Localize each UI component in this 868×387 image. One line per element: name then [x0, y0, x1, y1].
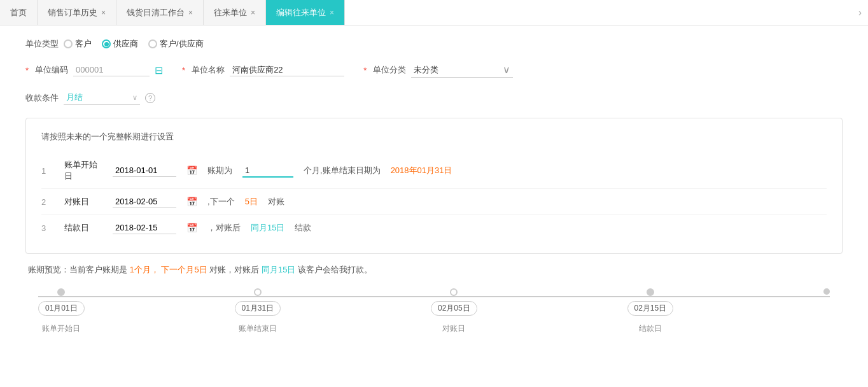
tab-edit-partner[interactable]: 编辑往来单位 × [266, 0, 345, 25]
timeline-end-dot [823, 288, 830, 295]
close-sales-history-icon[interactable]: × [101, 8, 106, 17]
timeline-label-end-bill: 账单结束日 [239, 323, 277, 334]
period-desc-suffix-1: 个月,账单结束日期为 [304, 165, 381, 176]
period-row-1: 1 账单开始日 📅 账期为 个月,账单结束日期为 2018年01月31日 [41, 153, 827, 189]
period-label-2: 对账日 [64, 196, 102, 208]
tab-home[interactable]: 首页 [0, 0, 38, 25]
unit-type-group: 单位类型 客户 供应商 客户/供应商 [25, 38, 204, 50]
timeline-point-end-bill: 01月31日 账单结束日 [235, 288, 281, 334]
period-num-2: 2 [41, 197, 54, 207]
period-desc-2: ,下一个 [207, 196, 235, 208]
period-desc2-3: 结款 [295, 222, 311, 234]
calendar-icon-3[interactable]: 📅 [186, 223, 197, 233]
preview-middle: 对账，对账后 [209, 265, 259, 274]
classify-label: 单位分类 [373, 64, 406, 76]
preview-part3: 同月15日 [262, 265, 295, 274]
period-date-input-2[interactable] [113, 195, 176, 208]
timeline-dot-reconcile [450, 288, 458, 296]
main-content: 单位类型 客户 供应商 客户/供应商 * 单位编码 [0, 25, 868, 387]
payment-value: 月结 [66, 92, 129, 103]
timeline-point-payment: 02月15日 结款日 [627, 288, 674, 334]
radio-customer-label: 客户 [75, 38, 92, 50]
timeline-badge-reconcile: 02月05日 [431, 301, 477, 316]
name-group: * 单位名称 [182, 64, 344, 76]
period-desc-prefix-1: 账期为 [207, 165, 232, 176]
period-date-input-1[interactable] [113, 164, 176, 177]
preview-suffix: 该客户会给我打款。 [298, 265, 372, 274]
radio-customer[interactable]: 客户 [64, 38, 92, 50]
payment-group: 收款条件 月结 ∨ ? [25, 90, 155, 105]
tab-partner-label: 往来单位 [214, 7, 247, 18]
name-required-star: * [182, 66, 185, 75]
copy-icon[interactable]: ⊟ [155, 64, 163, 76]
preview-part2: 下一个月5日 [161, 265, 207, 274]
period-highlight-2: 5日 [245, 196, 258, 208]
classify-chevron-icon: ∨ [503, 64, 510, 76]
timeline-point-reconcile: 02月05日 对账日 [431, 288, 477, 334]
tab-partner[interactable]: 往来单位 × [204, 0, 266, 25]
timeline-dot-end-bill [254, 288, 262, 296]
code-label: 单位编码 [35, 64, 68, 76]
timeline-badge-payment: 02月15日 [627, 301, 674, 316]
code-input[interactable] [73, 64, 150, 76]
timeline-label-start: 账单开始日 [42, 323, 80, 334]
period-num-3: 3 [41, 223, 54, 233]
calendar-icon-2[interactable]: 📅 [186, 197, 197, 207]
timeline: 01月01日 账单开始日 01月31日 账单结束日 02月05日 对账日 02月… [25, 288, 843, 334]
tab-bar: 首页 销售订单历史 × 钱货日清工作台 × 往来单位 × 编辑往来单位 × › [0, 0, 868, 25]
radio-supplier-circle [102, 39, 111, 48]
name-label: 单位名称 [192, 64, 225, 76]
period-date-input-3[interactable] [113, 222, 176, 234]
period-num-1: 1 [41, 166, 54, 176]
timeline-dot-payment [647, 288, 654, 296]
tab-sales-history[interactable]: 销售订单历史 × [38, 0, 116, 25]
code-name-row: * 单位编码 ⊟ * 单位名称 * 单位分类 未分类 ∨ [25, 62, 843, 78]
close-edit-partner-icon[interactable]: × [330, 8, 334, 17]
timeline-badge-start: 01月01日 [38, 301, 85, 316]
payment-row: 收款条件 月结 ∨ ? [25, 90, 843, 105]
period-row-2: 2 对账日 📅 ,下一个 5日 对账 [41, 189, 827, 215]
radio-both-label: 客户/供应商 [160, 38, 204, 50]
radio-supplier[interactable]: 供应商 [102, 38, 138, 50]
preview-prefix: 账期预览：当前客户账期是 [28, 265, 127, 274]
period-desc2-2: 对账 [268, 196, 284, 208]
tab-cash-work[interactable]: 钱货日清工作台 × [116, 0, 204, 25]
classify-select[interactable]: 未分类 ∨ [411, 62, 513, 78]
period-row-3: 3 结款日 📅 ，对账后 同月15日 结款 [41, 215, 827, 241]
period-label-3: 结款日 [64, 222, 102, 234]
timeline-dot-start [57, 288, 65, 296]
tab-cash-work-label: 钱货日清工作台 [127, 7, 185, 18]
radio-both[interactable]: 客户/供应商 [148, 38, 204, 50]
tab-home-label: 首页 [10, 7, 27, 18]
help-icon[interactable]: ? [145, 93, 155, 103]
period-label-1: 账单开始日 [64, 159, 102, 182]
period-box: 请按照未来的一个完整帐期进行设置 1 账单开始日 📅 账期为 个月,账单结束日期… [25, 118, 843, 254]
timeline-points: 01月01日 账单开始日 01月31日 账单结束日 02月05日 对账日 02月… [38, 288, 830, 334]
code-required-star: * [25, 66, 29, 75]
payment-chevron-icon: ∨ [132, 94, 137, 102]
timeline-label-payment: 结款日 [639, 323, 662, 334]
tab-edit-partner-label: 编辑往来单位 [276, 7, 326, 18]
payment-select[interactable]: 月结 ∨ [64, 90, 140, 105]
timeline-badge-end-bill: 01月31日 [235, 301, 281, 316]
radio-both-circle [148, 39, 157, 48]
unit-type-label: 单位类型 [25, 38, 59, 50]
radio-customer-circle [64, 39, 73, 48]
timeline-point-start: 01月01日 账单开始日 [38, 288, 85, 334]
unit-type-radio-group: 客户 供应商 客户/供应商 [64, 38, 204, 50]
name-input[interactable] [230, 64, 344, 76]
classify-required-star: * [363, 66, 367, 75]
close-cash-work-icon[interactable]: × [188, 8, 193, 17]
period-desc-3: ，对账后 [207, 222, 241, 234]
calendar-icon-1[interactable]: 📅 [186, 165, 197, 176]
radio-supplier-label: 供应商 [113, 38, 138, 50]
preview-part1: 1个月， [130, 265, 159, 274]
tab-expand-button[interactable]: › [852, 0, 868, 25]
classify-value: 未分类 [414, 64, 499, 76]
classify-group: * 单位分类 未分类 ∨ [363, 62, 513, 78]
period-months-input[interactable] [242, 164, 293, 178]
period-title: 请按照未来的一个完整帐期进行设置 [41, 131, 827, 143]
period-highlight-3: 同月15日 [251, 222, 284, 234]
close-partner-icon[interactable]: × [251, 8, 255, 17]
preview-section: 账期预览：当前客户账期是 1个月， 下一个月5日 对账，对账后 同月15日 该客… [25, 264, 843, 276]
